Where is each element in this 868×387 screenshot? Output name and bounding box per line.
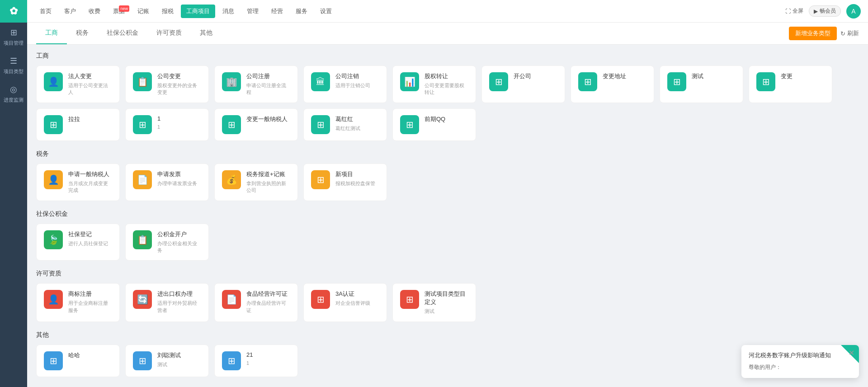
nav-tax[interactable]: 报税 xyxy=(156,5,179,18)
card-icon-new-project: ⊞ xyxy=(311,170,330,189)
card-one[interactable]: ⊞ 1 1 xyxy=(125,108,209,141)
card-trademark[interactable]: 👤 商标注册 用于企业商标注册服务 xyxy=(36,283,120,322)
card-title-change2: 变更 xyxy=(781,72,825,80)
nav-service[interactable]: 服务 xyxy=(290,5,313,18)
card-title-open-company: 开公司 xyxy=(514,72,557,80)
nav-bookkeep[interactable]: 记账 xyxy=(132,5,155,18)
card-desc-legal-change: 适用于公司变更法人 xyxy=(68,82,112,96)
card-title-company-change: 公司变更 xyxy=(157,72,201,80)
card-icon-equity-transfer: 📊 xyxy=(400,72,419,91)
fullscreen-label: 全屏 xyxy=(793,7,803,15)
notification-title: 河北税务数字账户升级影响通知 xyxy=(749,351,852,359)
card-lala[interactable]: ⊞ 拉拉 xyxy=(36,108,120,141)
card-company-register[interactable]: 🏢 公司注册 申请公司注册全流程 xyxy=(214,65,298,103)
section-title-qita: 其他 xyxy=(36,331,859,339)
card-3a-cert[interactable]: ⊞ 3A认证 对企业信誉评级 xyxy=(303,283,387,322)
fullscreen-icon: ⛶ xyxy=(785,8,791,14)
project-type-icon: ☰ xyxy=(8,56,19,66)
nav-ticket[interactable]: 票据 new xyxy=(108,5,130,18)
card-apply-invoice[interactable]: 📄 申请发票 办理申请发票业务 xyxy=(125,163,209,201)
sidebar: ✿ ⊞ 项目管理 ☰ 项目类型 ◎ 进度监测 xyxy=(0,0,27,387)
nav-settings[interactable]: 设置 xyxy=(315,5,337,18)
logo: ✿ xyxy=(0,0,27,23)
card-food-license[interactable]: 📄 食品经营许可证 办理食品经营许可证 xyxy=(214,283,298,322)
card-title-tax-report-bookkeep: 税务报道+记账 xyxy=(246,170,290,178)
tab-xuke[interactable]: 许可资质 xyxy=(147,23,191,44)
card-title-import-export: 进出口权办理 xyxy=(157,290,201,298)
card-company-cancel[interactable]: 🏛 公司注销 适用于注销公司 xyxy=(303,65,387,103)
nav-message[interactable]: 消息 xyxy=(217,5,240,18)
topnav: 首页 客户 收费 票据 new 记账 报税 工商项目 消息 管理 经营 服务 设… xyxy=(27,0,868,23)
fullscreen-button[interactable]: ⛶ 全屏 xyxy=(785,7,803,15)
card-twenty-one[interactable]: ⊞ 21 1 xyxy=(214,345,298,377)
tab-bar-right: 新增业务类型 ↻ 刷新 xyxy=(789,27,859,40)
card-icon-liu-test: ⊞ xyxy=(133,351,152,370)
card-legal-change[interactable]: 👤 法人变更 适用于公司变更法人 xyxy=(36,65,120,103)
card-desc-apply-invoice: 办理申请发票业务 xyxy=(157,180,201,187)
sidebar-item-project-type[interactable]: ☰ 项目类型 xyxy=(0,51,27,79)
card-title-one: 1 xyxy=(157,115,201,122)
card-icon-trademark: 👤 xyxy=(44,290,63,309)
ticket-badge: new xyxy=(119,5,129,12)
card-title-company-register: 公司注册 xyxy=(246,72,290,80)
card-title-trademark: 商标注册 xyxy=(68,290,112,298)
card-front-qq[interactable]: ⊞ 前期QQ xyxy=(392,108,476,141)
card-title-social-register: 社保登记 xyxy=(68,230,112,238)
card-desc-tax-report-bookkeep: 拿到营业执照的新公司 xyxy=(246,180,290,194)
notification-close-button[interactable]: ✕ xyxy=(849,349,854,357)
sidebar-item-project-manage[interactable]: ⊞ 项目管理 xyxy=(0,23,27,51)
card-change2[interactable]: ⊞ 变更 xyxy=(749,65,832,103)
card-icon-mohong: ⊞ xyxy=(311,115,330,134)
progress-monitor-icon: ◎ xyxy=(8,84,19,95)
avatar[interactable]: A xyxy=(846,4,861,19)
card-title-fund-open: 公积金开户 xyxy=(157,230,201,238)
tab-shuiwu[interactable]: 税务 xyxy=(67,23,98,44)
member-button[interactable]: ▶ 畅会员 xyxy=(809,5,841,17)
card-desc-company-change: 股权变更外的业务变更 xyxy=(157,82,201,96)
card-fund-open[interactable]: 📋 公积金开户 办理公积金相关业务 xyxy=(125,224,209,261)
card-test-type[interactable]: ⊞ 测试项目类型目定义 测试 xyxy=(392,283,476,322)
tab-qita[interactable]: 其他 xyxy=(191,23,222,44)
tab-gongshang[interactable]: 工商 xyxy=(36,23,67,44)
card-liu-test[interactable]: ⊞ 刘聪测试 测试 xyxy=(125,345,209,377)
card-title-change-tax: 变更一般纳税人 xyxy=(246,115,290,123)
sidebar-label-project-manage: 项目管理 xyxy=(4,40,24,47)
card-icon-fund-open: 📋 xyxy=(133,230,152,249)
nav-operate[interactable]: 经营 xyxy=(266,5,288,18)
card-icon-social-register: 🍃 xyxy=(44,230,63,249)
content-area: 工商 税务 社保公积金 许可资质 其他 新增业务类型 ↻ 刷新 工商 👤 xyxy=(27,23,868,387)
card-icon-test-type: ⊞ xyxy=(400,290,419,309)
card-title-lala: 拉拉 xyxy=(68,115,112,123)
tab-shebao[interactable]: 社保公积金 xyxy=(98,23,147,44)
nav-home[interactable]: 首页 xyxy=(34,5,57,18)
card-title-legal-change: 法人变更 xyxy=(68,72,112,80)
card-change-tax[interactable]: ⊞ 变更一般纳税人 xyxy=(214,108,298,141)
play-icon: ▶ xyxy=(814,8,818,14)
card-icon-change-tax: ⊞ xyxy=(222,115,241,134)
card-new-project[interactable]: ⊞ 新项目 报税加税控盘保管 xyxy=(303,163,387,201)
nav-bizproject[interactable]: 工商项目 xyxy=(181,5,215,18)
card-mohong[interactable]: ⊞ 葛红红 葛红红测试 xyxy=(303,108,387,141)
card-social-register[interactable]: 🍃 社保登记 进行人员社保登记 xyxy=(36,224,120,261)
card-company-change[interactable]: 📋 公司变更 股权变更外的业务变更 xyxy=(125,65,209,103)
nav-client[interactable]: 客户 xyxy=(59,5,81,18)
card-tax-report-bookkeep[interactable]: 💰 税务报道+记账 拿到营业执照的新公司 xyxy=(214,163,298,201)
card-icon-test: ⊞ xyxy=(667,72,686,91)
card-haha[interactable]: ⊞ 哈哈 xyxy=(36,345,120,377)
card-desc-one: 1 xyxy=(157,124,201,131)
card-open-company[interactable]: ⊞ 开公司 xyxy=(481,65,565,103)
new-type-button[interactable]: 新增业务类型 xyxy=(789,27,837,40)
nav-fee[interactable]: 收费 xyxy=(83,5,106,18)
sidebar-item-progress-monitor[interactable]: ◎ 进度监测 xyxy=(0,79,27,108)
card-change-address[interactable]: ⊞ 变更地址 xyxy=(571,65,654,103)
card-title-mohong: 葛红红 xyxy=(335,115,379,123)
card-icon-twenty-one: ⊞ xyxy=(222,351,241,370)
card-equity-transfer[interactable]: 📊 股权转让 公司变更需要股权转让 xyxy=(392,65,476,103)
cards-grid-shuiwu: 👤 申请一般纳税人 当月或次月成变更完成 📄 申请发票 办理申请发票业务 💰 xyxy=(36,163,859,201)
card-title-new-project: 新项目 xyxy=(335,170,379,178)
card-test[interactable]: ⊞ 测试 xyxy=(660,65,743,103)
card-apply-general-tax[interactable]: 👤 申请一般纳税人 当月或次月成变更完成 xyxy=(36,163,120,201)
refresh-button[interactable]: ↻ 刷新 xyxy=(840,29,859,37)
nav-manage[interactable]: 管理 xyxy=(241,5,264,18)
card-import-export[interactable]: 🔄 进出口权办理 适用于对外贸易经营者 xyxy=(125,283,209,322)
